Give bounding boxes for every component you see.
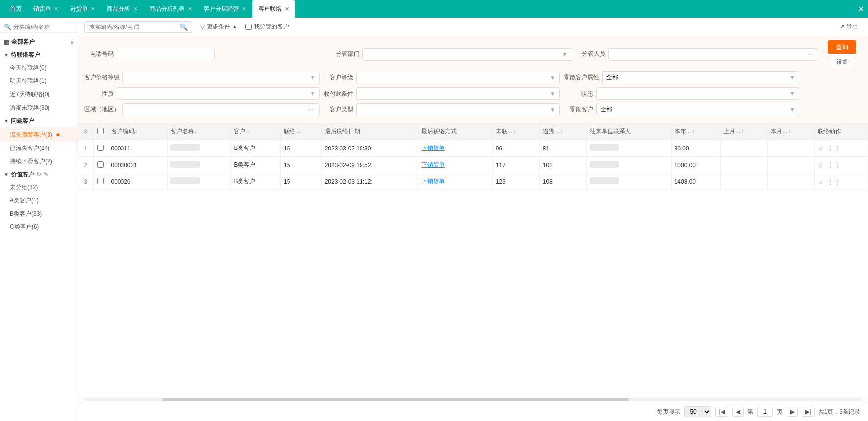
- customer-tier-select[interactable]: ▼: [356, 72, 559, 84]
- sidebar-item-churned[interactable]: 已流失客户(24): [0, 142, 78, 155]
- more-action-icon[interactable]: ⋮⋮: [827, 178, 841, 186]
- prev-page-btn[interactable]: ◀: [732, 407, 744, 417]
- tab-home[interactable]: 首页: [4, 0, 27, 18]
- th-this-month[interactable]: 本月... ↕: [768, 124, 815, 140]
- table-row: 3 000026 B类客户 15 2023-02-03 11:12: 下销货单 …: [78, 173, 868, 190]
- sidebar-item-today[interactable]: 今天待联络(0): [0, 61, 78, 74]
- row-checkbox[interactable]: [97, 161, 104, 168]
- tab-customer-contact[interactable]: 客户联络 ✕: [252, 0, 295, 18]
- row-checkbox[interactable]: [97, 178, 104, 184]
- sidebar-item-b-class[interactable]: B类客户(33): [0, 207, 78, 221]
- window-close-button[interactable]: ✕: [858, 4, 864, 14]
- value-refresh-icon[interactable]: ↻: [36, 171, 41, 178]
- th-last-date[interactable]: 最后联络日期 ↕: [321, 124, 418, 140]
- sidebar-item-overdue[interactable]: 逾期未联络(30): [0, 101, 78, 115]
- tab-analysis[interactable]: 商品分析 ✕: [101, 0, 144, 18]
- contact-icon[interactable]: ☆: [818, 145, 824, 152]
- td-last-method[interactable]: 下销货单: [418, 140, 492, 157]
- sidebar-item-declining[interactable]: 持续下滑客户(2): [0, 155, 78, 168]
- gear-icon[interactable]: ⚙: [83, 128, 88, 135]
- sidebar-section-lost[interactable]: ▼ 问题客户: [0, 115, 78, 127]
- tab-analysis-list-close[interactable]: ✕: [188, 6, 192, 12]
- sidebar-item-ungroup[interactable]: 未分组(32): [0, 181, 78, 194]
- tab-analysis-list[interactable]: 商品分析列表 ✕: [144, 0, 198, 18]
- sidebar-all-customers[interactable]: ▦ 全部客户 «: [0, 35, 78, 49]
- td-last-method[interactable]: 下销货单: [418, 157, 492, 173]
- more-conditions-btn[interactable]: ▽ 更多条件 ▲: [196, 21, 241, 33]
- sidebar-section-value[interactable]: ▼ 价值客户 ↻ ✎: [0, 169, 78, 181]
- th-this-year[interactable]: 本年... ↕: [671, 124, 720, 140]
- sidebar-item-tomorrow[interactable]: 明天待联络(1): [0, 74, 78, 88]
- more-action-icon[interactable]: ⋮⋮: [827, 145, 841, 152]
- th-code[interactable]: 客户编码 ↕: [108, 124, 167, 140]
- status-select[interactable]: ▼: [596, 87, 799, 100]
- sidebar-search-input[interactable]: [13, 24, 74, 30]
- customer-type-select[interactable]: ▼: [356, 103, 559, 116]
- zero-customer-select[interactable]: 全部 ▼: [596, 103, 799, 116]
- next-page-btn[interactable]: ▶: [787, 407, 798, 417]
- my-customers-checkbox[interactable]: [245, 24, 252, 30]
- table-row: 1 000011 B类客户 15 2023-03-02 10:30: 下销货单 …: [78, 140, 868, 157]
- query-button[interactable]: 查询: [828, 40, 856, 54]
- contact-icon[interactable]: ☆: [818, 161, 824, 169]
- sidebar-item-a-class[interactable]: A类客户(1): [0, 194, 78, 207]
- page-number-input[interactable]: [757, 407, 773, 417]
- advanced-filter-panel: 电话号码 分管部门 ▼ 分管人员 ⋯: [78, 36, 868, 124]
- setting-button[interactable]: 设置: [830, 56, 854, 68]
- manager-arrow-icon: ⋯: [808, 51, 814, 58]
- dept-select[interactable]: ▼: [362, 48, 572, 61]
- zero-attr-field: 零散客户属性 全部 ▼: [564, 71, 799, 84]
- region-dots-icon[interactable]: ⋯: [306, 106, 315, 113]
- td-this-year: 30.00: [671, 140, 720, 157]
- select-all-checkbox[interactable]: [97, 128, 104, 134]
- region-select[interactable]: ⋯: [122, 103, 320, 116]
- td-last-method[interactable]: 下销货单: [418, 173, 492, 190]
- tab-customer-tier-close[interactable]: ✕: [242, 6, 246, 12]
- tab-sales[interactable]: 销货单 ✕: [27, 0, 64, 18]
- export-btn[interactable]: ↗ 导出: [836, 21, 862, 32]
- search-icon[interactable]: 🔍: [179, 23, 188, 31]
- last-page-btn[interactable]: ▶|: [802, 407, 815, 417]
- sidebar-item-churn-warning[interactable]: 流失预警客户(3) ●: [0, 127, 78, 142]
- row-checkbox[interactable]: [97, 145, 104, 151]
- customer-type-arrow-icon: ▼: [550, 106, 555, 113]
- per-page-select[interactable]: 50 100 200: [684, 406, 711, 417]
- nature-select[interactable]: ▼: [117, 87, 320, 100]
- search-input[interactable]: [89, 24, 177, 30]
- table-row: 2 00030031 B类客户 15 2023-02-09 19:52: 下销货…: [78, 157, 868, 173]
- zero-attr-select[interactable]: 全部 ▼: [602, 71, 799, 84]
- price-tier-select[interactable]: ▼: [122, 72, 320, 84]
- sidebar-section-pending[interactable]: ▼ 待联络客户: [0, 49, 78, 61]
- more-action-icon[interactable]: ⋮⋮: [827, 161, 841, 169]
- sidebar-item-7days[interactable]: 近7天待联络(0): [0, 88, 78, 101]
- payment-select[interactable]: ▼: [356, 87, 559, 100]
- export-icon: ↗: [840, 24, 844, 30]
- td-checkbox[interactable]: [93, 140, 108, 157]
- tab-customer-tier[interactable]: 客户分层经营 ✕: [198, 0, 252, 18]
- page-label: 第: [747, 408, 753, 416]
- tab-purchase-close[interactable]: ✕: [91, 6, 95, 12]
- my-customers-checkbox-label[interactable]: 我分管的客户: [245, 23, 289, 31]
- manager-select[interactable]: ⋯: [608, 48, 818, 61]
- sidebar-item-c-class[interactable]: C类客户(6): [0, 221, 78, 234]
- th-num: ⚙: [78, 124, 93, 140]
- th-checkbox[interactable]: [93, 124, 108, 140]
- td-overdue: 102: [539, 157, 586, 173]
- th-last-month[interactable]: 上月... ↕: [721, 124, 768, 140]
- value-edit-icon[interactable]: ✎: [43, 171, 48, 178]
- tab-purchase[interactable]: 进货单 ✕: [64, 0, 101, 18]
- phone-input[interactable]: [117, 49, 215, 60]
- th-overdue[interactable]: 逾期... ↕: [539, 124, 586, 140]
- td-not-contacted: 123: [492, 173, 539, 190]
- th-not-contacted[interactable]: 未联... ↕: [492, 124, 539, 140]
- lost-arrow-icon: ▼: [4, 118, 9, 124]
- contact-icon[interactable]: ☆: [818, 178, 824, 186]
- th-name[interactable]: 客户名称 ↕: [167, 124, 231, 140]
- tab-customer-contact-close[interactable]: ✕: [285, 6, 289, 12]
- td-checkbox[interactable]: [93, 157, 108, 173]
- sidebar-collapse-icon[interactable]: «: [70, 38, 74, 46]
- td-checkbox[interactable]: [93, 173, 108, 190]
- first-page-btn[interactable]: |◀: [715, 407, 728, 417]
- tab-sales-close[interactable]: ✕: [54, 6, 58, 12]
- tab-analysis-close[interactable]: ✕: [133, 6, 138, 12]
